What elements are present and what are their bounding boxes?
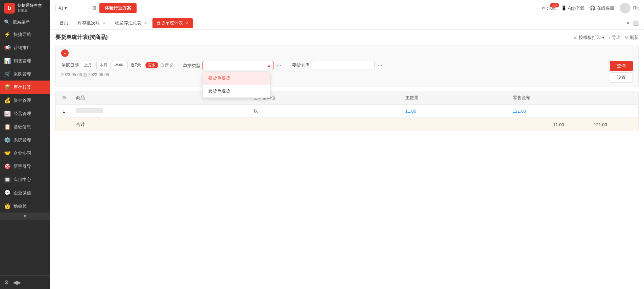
sidebar-item-appstore[interactable]: 🔲 应用中心	[0, 173, 50, 186]
type-filter-label: 单据类型	[183, 63, 200, 69]
page-actions: 🖨 按模板打印 ▾ ↓ 导出 ↻ 刷新	[573, 35, 639, 41]
quick-nav-icon: ⚡	[4, 31, 11, 38]
query-button[interactable]: 查询	[610, 61, 633, 71]
export-button[interactable]: ↓ 导出	[609, 35, 621, 41]
tab-collect-summary[interactable]: 收发存汇总表 ✕	[111, 18, 151, 28]
system-icon: ⚙️	[4, 137, 11, 143]
sidebar-item-operation[interactable]: 📈 经营管理	[0, 107, 50, 120]
sidebar-item-system[interactable]: ⚙️ 系统管理	[0, 133, 50, 147]
win-expand-icon[interactable]: ⬜	[633, 20, 639, 26]
sidebar-item-basic[interactable]: 📋 基础信息	[0, 120, 50, 133]
sidebar-item-member[interactable]: 👑 畅会员	[0, 199, 50, 213]
date-cur-year-btn[interactable]: 本年	[112, 61, 126, 69]
user-menu[interactable]: Rit	[620, 3, 639, 14]
print-icon: 🖨	[573, 35, 577, 40]
avatar	[620, 3, 630, 14]
cell-no: 1	[56, 105, 72, 118]
sidebar-item-finance[interactable]: 💰 资金管理	[0, 94, 50, 107]
date-more-tag[interactable]: 更多	[145, 62, 158, 68]
collapse-icon[interactable]: ◀▶	[13, 279, 21, 286]
sidebar-scroll-down[interactable]: ▼	[0, 213, 50, 220]
operation-icon: 📈	[4, 110, 11, 117]
th-settings[interactable]: ⚙	[56, 91, 72, 105]
sidebar-item-label: 系统管理	[14, 137, 31, 143]
tab-bar: 首页 库存批次账 ✕ 收发存汇总表 ✕ 要货单统计表 ✕ ✕ ⬜	[50, 16, 644, 30]
filter-settings-button[interactable]: 设置	[610, 72, 633, 83]
topbar-gear-icon[interactable]: ⚙	[92, 5, 97, 11]
dropdown-item-order-goods[interactable]: 要货单要货	[203, 72, 270, 85]
sidebar-item-sales[interactable]: 📊 销售管理	[0, 54, 50, 67]
sidebar-item-wechat[interactable]: 💬 企业微信	[0, 186, 50, 199]
warehouse-filter-label: 要货仓库	[292, 62, 310, 68]
tab-order-stats-close[interactable]: ✕	[186, 21, 189, 25]
page-title: 要货单统计表(按商品)	[55, 34, 108, 41]
tab-order-stats[interactable]: 要货单统计表 ✕	[152, 18, 193, 28]
settings-bottom-icon[interactable]: ⚙	[4, 279, 9, 286]
filter-expand-button[interactable]: »	[61, 49, 69, 57]
date-custom-btn[interactable]: 自定义	[160, 62, 173, 68]
type-more-icon[interactable]: ···	[276, 63, 283, 69]
page-header: 要货单统计表(按商品) 🖨 按模板打印 ▾ ↓ 导出 ↻ 刷新	[50, 30, 644, 45]
print-label: 按模板打印	[579, 35, 601, 41]
tab-batch-inventory-close[interactable]: ✕	[102, 21, 105, 25]
type-input[interactable]	[203, 61, 265, 70]
cell-amount[interactable]: 121.00	[509, 105, 638, 118]
dropdown-item-order-goods-label: 要货单要货	[208, 75, 230, 81]
date-prev-month-btn[interactable]: 上月	[81, 61, 95, 69]
sidebar-item-label: 畅会员	[14, 203, 27, 209]
sidebar-search[interactable]: 🔍 搜索菜单	[0, 16, 50, 28]
sidebar-item-marketing[interactable]: 📢 营销推广	[0, 41, 50, 54]
trial-button[interactable]: 体验行业方案	[99, 3, 137, 13]
tab-home-label: 首页	[59, 20, 68, 26]
sidebar-item-label: 快捷导航	[14, 31, 31, 38]
tab-collect-summary-label: 收发存汇总表	[115, 20, 141, 26]
sidebar-item-label: 销售管理	[14, 58, 31, 64]
sidebar-item-label: 企业协同	[14, 150, 31, 156]
topbar: 41 ▾ ⚙ 体验行业方案 ✉ 消息 99+ 📱 App下载 🎧 在线客服 R	[50, 0, 644, 16]
filter-bar: » 单据日期 上月 本月 本年 近7天 更多 自定义	[55, 45, 639, 87]
org-selector[interactable]: 41 ▾	[55, 4, 89, 12]
service-button[interactable]: 🎧 在线客服	[590, 5, 614, 11]
warehouse-input[interactable]	[312, 61, 375, 69]
win-close-icon[interactable]: ✕	[626, 20, 630, 26]
page-content: 要货单统计表(按商品) 🖨 按模板打印 ▾ ↓ 导出 ↻ 刷新 »	[50, 30, 644, 289]
sidebar-logo: b 畅捷通好生意 标准版	[0, 0, 50, 16]
inventory-icon: 📦	[4, 84, 11, 90]
warehouse-more-icon[interactable]: ···	[377, 62, 384, 68]
basic-icon: 📋	[4, 124, 11, 130]
cell-qty[interactable]: 11.00	[401, 105, 509, 118]
sidebar-item-enterprise[interactable]: 🤝 企业协同	[0, 147, 50, 160]
app-icon: 📱	[561, 5, 567, 10]
tab-home[interactable]: 首页	[55, 18, 72, 28]
type-chevron-up-icon[interactable]: ▲	[265, 63, 273, 68]
date-cur-month-btn[interactable]: 本月	[96, 61, 111, 69]
msg-button[interactable]: ✉ 消息 99+	[542, 5, 556, 11]
type-input-group[interactable]: ▲	[202, 61, 273, 70]
guide-icon: 🎯	[4, 163, 11, 170]
footer-qty: 11.00	[553, 122, 594, 127]
enterprise-icon: 🤝	[4, 150, 11, 156]
sidebar-item-label: 基础信息	[14, 124, 31, 130]
table-header-row: ⚙ 商品 主计量单位 主数量 零售金额	[56, 91, 638, 105]
sidebar-item-quick-nav[interactable]: ⚡ 快捷导航	[0, 28, 50, 41]
sidebar-item-inventory[interactable]: 📦 库存核算	[0, 81, 50, 94]
print-button[interactable]: 🖨 按模板打印 ▾	[573, 35, 604, 41]
logo-icon: b	[4, 3, 15, 14]
refresh-button[interactable]: ↻ 刷新	[625, 35, 639, 41]
dropdown-item-order-return[interactable]: 要货单退货	[203, 85, 270, 97]
tab-batch-inventory[interactable]: 库存批次账 ✕	[74, 18, 110, 28]
table-row: 1 块 11.00 121.00	[56, 105, 638, 118]
tab-collect-summary-close[interactable]: ✕	[144, 21, 147, 25]
username-label: Rit	[633, 5, 639, 10]
sidebar-item-purchase[interactable]: 🛒 采购管理	[0, 67, 50, 81]
sidebar-item-guide[interactable]: 🎯 新手引导	[0, 160, 50, 173]
tab-batch-inventory-label: 库存批次账	[78, 20, 100, 26]
date-week-btn[interactable]: 近7天	[127, 61, 144, 69]
table-settings-icon[interactable]: ⚙	[62, 95, 66, 101]
app-download-button[interactable]: 📱 App下载	[561, 5, 585, 11]
sidebar-item-label: 应用中心	[14, 177, 31, 183]
sidebar-item-label: 资金管理	[14, 97, 31, 104]
refresh-label: 刷新	[630, 35, 639, 41]
export-label: 导出	[612, 35, 621, 41]
sidebar-item-label: 企业微信	[14, 190, 31, 196]
